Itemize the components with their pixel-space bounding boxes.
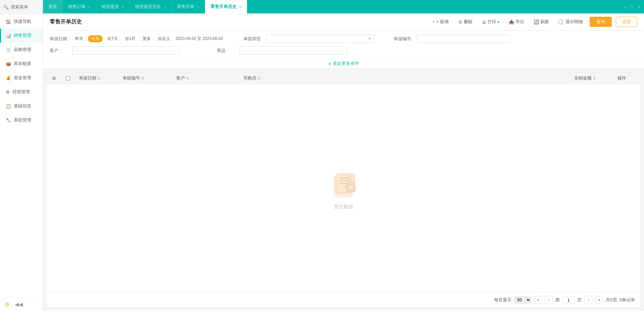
sidebar-nav: 🏠 快捷导航 📊 销售管理 🛒 采购管理 📦 库存核算 💰 资金管理 ⚙ 经营管… [0,14,43,298]
date-options: 昨天 今天 近7天 近1月 更多 自定义 [72,35,173,42]
sidebar-item-system[interactable]: 🔧 系统管理 [0,113,43,127]
display-detail-button[interactable]: 显示明细 [556,17,586,26]
next-page-button[interactable]: › [584,296,592,304]
tab-home-label: 首页 [48,4,57,10]
th-guide-label: 导购员 [243,75,256,81]
date-yesterday[interactable]: 昨天 [72,35,86,42]
tabs-bar: 首页 销售订单 × 销货退货 × 销货退货历史 × 零售开单 × 零售开单历史 … [43,0,644,13]
page-header: 零售开单历史 + + 新增 🗑 删除 🖨 打印 ▾ 📤 导出 🔄 刷新 [43,13,644,31]
print-icon: 🖨 [482,19,486,24]
tab-retail-history[interactable]: 零售开单历史 × [205,0,247,13]
tab-retail-open[interactable]: 零售开单 × [171,0,205,13]
th-amount-sort-icon[interactable]: ⇅ [593,76,596,80]
sidebar-item-ops[interactable]: ⚙ 经营管理 [0,85,43,99]
prev-page-button[interactable]: ‹ [545,296,553,304]
display-detail-label: 显示明细 [565,19,583,25]
sidebar-item-sales-mgmt[interactable]: 📊 销售管理 [0,29,43,43]
refresh-label: 刷新 [540,19,549,25]
th-guide-sort-icon[interactable]: ⇅ [258,76,260,80]
per-page-select[interactable]: 50 10 20 100 [514,296,531,304]
export-button[interactable]: 📤 导出 [506,17,527,26]
list-icon: 📋 [6,104,11,109]
type-select-wrapper: ▾ [266,35,374,43]
customer-input[interactable]: ··· [72,46,180,55]
order-no-input[interactable] [416,35,510,43]
close-tab-sales-return-history[interactable]: × [164,5,166,9]
tab-sales-return-history-label: 销货退货历史 [135,4,161,10]
sidebar-item-label: 系统管理 [14,117,31,123]
goods-filter-label: 商品 [217,48,237,54]
pagination: 每页显示 50 10 20 100 « ‹ 第 页 › » 共0页, 0条记录 [47,292,640,307]
date-7days[interactable]: 近7天 [105,35,120,42]
th-date: 单据日期 ⇅ [75,75,118,81]
page-label-post: 页 [577,297,582,303]
setting-button[interactable]: 设置 [616,17,637,27]
close-tab-sales-return[interactable]: × [121,5,123,9]
print-button[interactable]: 🖨 打印 ▾ [479,17,502,26]
sidebar-item-quick-nav[interactable]: 🏠 快捷导航 [0,14,43,29]
date-1month[interactable]: 近1月 [122,35,138,42]
close-tab-sales-order[interactable]: × [88,5,90,9]
column-settings-icon[interactable]: ⚙ [52,76,56,81]
empty-state: 暂无数据 [47,84,640,292]
tab-sales-return-history[interactable]: 销货退货历史 × [130,0,171,13]
th-checkbox [61,76,75,81]
th-order-no-label: 单据编号 [122,75,140,81]
sidebar-item-basic[interactable]: 📋 基础信息 [0,99,43,113]
sidebar-search[interactable]: 🔍 搜索菜单 [0,0,43,14]
tab-sales-order[interactable]: 销售订单 × [63,0,96,13]
close-tab-retail-open[interactable]: × [197,5,199,9]
print-chevron-icon: ▾ [498,20,499,24]
th-settings[interactable]: ⚙ [47,76,61,81]
customer-filter-label: 客户 [50,48,70,54]
last-page-button[interactable]: » [595,296,603,304]
type-select-input[interactable] [266,35,374,43]
tab-sales-return[interactable]: 销货退货 × [96,0,129,13]
collapse-more-button[interactable]: ∧ 收起更多条件 [43,58,644,68]
date-range-display: 2023-06-02 至 2023-06-02 [176,36,223,42]
sidebar-item-inventory[interactable]: 📦 库存核算 [0,57,43,71]
print-label: 打印 [488,19,496,25]
sidebar-item-purchase-mgmt[interactable]: 🛒 采购管理 [0,43,43,57]
select-all-checkbox[interactable] [66,76,70,81]
goods-input[interactable]: ··· [240,46,347,55]
table-area: ⚙ 单据日期 ⇅ 单据编号 ⇅ 客户 ⇅ 导购员 ⇅ 实 [46,72,641,308]
sidebar-item-label: 资金管理 [14,75,31,81]
collapse-sidebar-button[interactable]: ◀◀ [15,301,23,308]
sidebar-item-finance[interactable]: 💰 资金管理 [0,71,43,85]
tab-home[interactable]: 首页 [43,0,63,13]
settings-button[interactable]: ⚙ [5,301,9,308]
date-more[interactable]: 更多 [140,35,153,42]
sidebar: 🔍 搜索菜单 🏠 快捷导航 📊 销售管理 🛒 采购管理 📦 库存核算 💰 资金管… [0,0,43,311]
main-content: 首页 销售订单 × 销货退货 × 销货退货历史 × 零售开单 × 零售开单历史 … [43,0,644,311]
refresh-button[interactable]: 🔄 刷新 [531,17,552,26]
filter-row-2: 客户 ··· 商品 ··· [50,46,637,55]
goods-dots-icon: ··· [243,48,246,53]
type-filter-label: 单据类型 [243,36,263,42]
window-close-icon[interactable]: × [637,4,640,9]
home-icon: 🏠 [6,19,11,24]
close-tab-retail-history[interactable]: × [239,5,241,9]
first-page-button[interactable]: « [534,296,542,304]
page-summary: 共0页, 0条记录 [606,297,635,303]
th-action: 操作 [613,75,640,81]
sidebar-item-label: 库存核算 [14,61,31,67]
minus-icon[interactable]: – [624,4,627,9]
sidebar-item-label: 采购管理 [14,47,31,53]
tab-retail-open-label: 零售开单 [177,4,194,10]
th-customer-label: 客户 [176,75,185,81]
add-button[interactable]: + + 新增 [430,17,451,26]
th-customer-sort-icon[interactable]: ⇅ [186,76,189,80]
page-number-input[interactable] [562,297,575,304]
maximize-icon[interactable]: □ [631,4,634,9]
display-detail-checkbox[interactable] [558,20,563,24]
date-custom[interactable]: 自定义 [155,35,173,42]
query-button[interactable]: 查询 [590,17,612,27]
sidebar-item-label: 销售管理 [14,33,31,39]
date-today[interactable]: 今天 [88,35,103,42]
settings-icon: 🔧 [6,118,11,123]
th-order-no-sort-icon[interactable]: ⇅ [141,76,144,80]
delete-button[interactable]: 🗑 删除 [455,17,475,26]
th-date-sort-icon[interactable]: ⇅ [98,76,100,80]
tab-sales-order-label: 销售订单 [68,4,86,10]
